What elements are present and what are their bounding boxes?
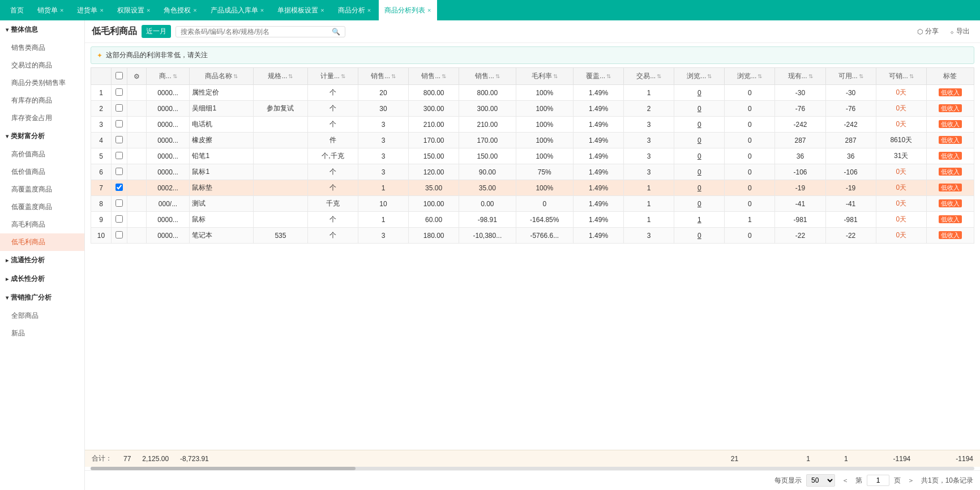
cell-name[interactable]: 橡皮擦 [190, 133, 254, 148]
sidebar-group-overall[interactable]: ▾ 整体信息 [0, 20, 84, 39]
browse1-link[interactable]: 1 [697, 216, 701, 224]
sidebar-item-high-margin[interactable]: 高毛利商品 [0, 216, 84, 233]
select-all-checkbox[interactable] [115, 72, 123, 79]
sidebar-group-circulation[interactable]: ▸ 流通性分析 [0, 251, 84, 270]
search-input[interactable] [181, 28, 329, 36]
nav-item-goods-analysis-list[interactable]: 商品分析列表× [379, 0, 436, 20]
sort-icon[interactable]: ⇅ [859, 73, 863, 79]
browse1-link[interactable]: 0 [697, 137, 701, 144]
cell-browse1[interactable]: 0 [674, 133, 725, 148]
cell-browse1[interactable]: 1 [674, 212, 725, 228]
close-icon[interactable]: × [60, 7, 63, 14]
cell-name[interactable]: 笔记本 [190, 228, 254, 244]
search-icon[interactable]: 🔍 [332, 28, 340, 36]
nav-item-sales[interactable]: 销货单× [32, 0, 69, 20]
nav-item-purchase[interactable]: 进货单× [71, 0, 109, 20]
row-checkbox[interactable] [115, 120, 123, 127]
close-icon[interactable]: × [320, 7, 324, 14]
row-checkbox[interactable] [115, 215, 123, 223]
row-checkbox[interactable] [115, 152, 123, 159]
sidebar-item-stock-goods[interactable]: 有库存的商品 [0, 92, 84, 109]
sidebar-item-low-value[interactable]: 低价值商品 [0, 163, 84, 181]
sort-icon[interactable]: ⇅ [341, 73, 345, 79]
sidebar-item-capital[interactable]: 库存资金占用 [0, 109, 84, 127]
cell-name[interactable]: 电话机 [190, 117, 254, 133]
browse1-link[interactable]: 0 [697, 200, 701, 208]
cell-browse1[interactable]: 0 [674, 228, 725, 244]
browse1-link[interactable]: 0 [697, 121, 701, 129]
cell-name[interactable]: 鼠标 [190, 212, 254, 228]
sort-icon[interactable]: ⇅ [288, 73, 293, 79]
row-checkbox[interactable] [115, 136, 123, 143]
browse1-link[interactable]: 0 [697, 168, 701, 176]
cell-name[interactable]: 鼠标垫 [190, 180, 254, 196]
sort-icon[interactable]: ⇅ [909, 73, 914, 79]
cell-name[interactable]: 测试 [190, 196, 254, 212]
nav-item-template[interactable]: 单据模板设置× [272, 0, 329, 20]
close-icon[interactable]: × [193, 7, 196, 14]
cell-name[interactable]: 属性定价 [190, 85, 254, 101]
nav-item-home[interactable]: 首页 [5, 0, 29, 20]
cell-browse1[interactable]: 0 [674, 180, 725, 196]
sidebar-item-high-coverage[interactable]: 高覆盖度商品 [0, 181, 84, 198]
share-button[interactable]: ⬡ 分享 [914, 25, 942, 37]
row-checkbox[interactable] [115, 231, 123, 238]
nav-item-goods-analysis[interactable]: 商品分析× [332, 0, 376, 20]
sort-icon[interactable]: ⇅ [758, 73, 762, 79]
close-icon[interactable]: × [100, 7, 103, 14]
sidebar-item-sales-goods[interactable]: 销售类商品 [0, 39, 84, 57]
close-icon[interactable]: × [147, 7, 150, 14]
sidebar-item-new-goods[interactable]: 新品 [0, 325, 84, 342]
nav-item-role[interactable]: 角色授权× [158, 0, 202, 20]
sort-icon[interactable]: ⇅ [233, 73, 238, 79]
sort-icon[interactable]: ⇅ [657, 73, 661, 79]
sidebar-item-traded-goods[interactable]: 交易过的商品 [0, 57, 84, 74]
sort-icon[interactable]: ⇅ [808, 73, 813, 79]
close-icon[interactable]: × [427, 7, 431, 14]
sidebar-item-high-value[interactable]: 高价值商品 [0, 146, 84, 163]
prev-page-button[interactable]: ＜ [840, 476, 851, 485]
export-button[interactable]: ⬦ 导出 [947, 25, 973, 37]
sort-icon[interactable]: ⇅ [442, 73, 446, 79]
sort-icon[interactable]: ⇅ [173, 73, 177, 79]
row-checkbox[interactable] [115, 104, 123, 112]
settings-icon[interactable]: ⚙ [134, 73, 140, 80]
sidebar-item-goods-sales-rate[interactable]: 商品分类别销售率 [0, 74, 84, 92]
sidebar-group-wealth[interactable]: ▾ 类财富分析 [0, 127, 84, 146]
sidebar-item-low-margin[interactable]: 低毛利商品 [0, 233, 84, 251]
sort-icon[interactable]: ⇅ [707, 73, 712, 79]
cell-name[interactable]: 铅笔1 [190, 148, 254, 164]
row-checkbox[interactable] [115, 168, 123, 175]
nav-item-permission[interactable]: 权限设置× [112, 0, 156, 20]
browse1-link[interactable]: 0 [697, 232, 701, 240]
sidebar-item-low-coverage[interactable]: 低覆盖度商品 [0, 198, 84, 216]
browse1-link[interactable]: 0 [697, 105, 701, 113]
row-checkbox[interactable] [115, 184, 123, 191]
next-page-button[interactable]: ＞ [905, 476, 917, 485]
sidebar-group-growth[interactable]: ▸ 成长性分析 [0, 270, 84, 288]
cell-name[interactable]: 鼠标1 [190, 164, 254, 180]
cell-name[interactable]: 吴细细1 [190, 101, 254, 117]
browse1-link[interactable]: 0 [697, 152, 701, 160]
cell-browse1[interactable]: 0 [674, 148, 725, 164]
cell-browse1[interactable]: 0 [674, 196, 725, 212]
cell-browse1[interactable]: 0 [674, 117, 725, 133]
close-icon[interactable]: × [367, 7, 371, 14]
browse1-link[interactable]: 0 [697, 184, 701, 192]
sort-icon[interactable]: ⇅ [553, 73, 558, 79]
sidebar-item-all-goods[interactable]: 全部商品 [0, 307, 84, 325]
cell-browse1[interactable]: 0 [674, 164, 725, 180]
cell-browse1[interactable]: 0 [674, 85, 725, 101]
per-page-select[interactable]: 50 100 200 [806, 474, 835, 487]
sort-icon[interactable]: ⇅ [495, 73, 500, 79]
row-checkbox[interactable] [115, 88, 123, 96]
date-filter-button[interactable]: 近一月 [142, 25, 171, 38]
browse1-link[interactable]: 0 [697, 89, 701, 97]
page-input[interactable] [867, 475, 889, 486]
row-checkbox[interactable] [115, 199, 123, 207]
nav-item-product[interactable]: 产品成品入库单× [205, 0, 269, 20]
close-icon[interactable]: × [260, 7, 264, 14]
sidebar-group-marketing[interactable]: ▾ 营销推广分析 [0, 288, 84, 307]
sort-icon[interactable]: ⇅ [391, 73, 396, 79]
cell-browse1[interactable]: 0 [674, 101, 725, 117]
